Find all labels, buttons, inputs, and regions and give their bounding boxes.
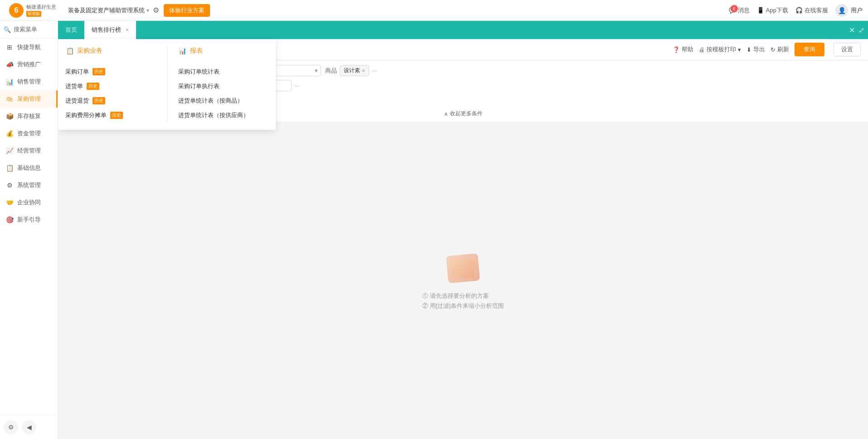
user-area[interactable]: 👤 用户 xyxy=(835,4,863,17)
sidebar-item-system[interactable]: ⚙ 系统管理 xyxy=(0,177,58,194)
report-section-title: 📊 报表 xyxy=(178,46,269,59)
help-icon: ❓ xyxy=(673,46,680,53)
tab-bar-container: 首页 销售排行榜 × ✕ ⤢ 📋 xyxy=(58,21,868,39)
industry-button[interactable]: 体验行业方案 xyxy=(164,4,210,17)
collapse-filter-btn[interactable]: ∧ 收起更多条件 xyxy=(444,110,483,118)
top-bar-middle: 装备及固定资产辅助管理系统 ▾ ⚙ 体验行业方案 xyxy=(63,4,729,17)
sidebar-item-label: 新手引导 xyxy=(17,216,41,224)
inventory-icon: 📦 xyxy=(5,113,14,120)
search-icon: 🔍 xyxy=(4,26,11,33)
goods-label: 商品 xyxy=(325,67,337,75)
purchase-section-icon: 📋 xyxy=(65,46,74,55)
menu-item-po-exec[interactable]: 采购订单执行表 xyxy=(178,79,269,94)
sidebar-item-label: 采购管理 xyxy=(17,95,41,103)
sidebar-item-label: 销售管理 xyxy=(17,78,41,86)
tab-maximize-btn[interactable]: ⤢ xyxy=(858,26,864,35)
query-button[interactable]: 查询 xyxy=(795,43,824,56)
sidebar-item-label: 快捷导航 xyxy=(17,43,41,51)
menu-item-receipt-by-supplier[interactable]: 进货单统计表（按供应商） xyxy=(178,108,269,123)
sidebar-item-label: 企业协同 xyxy=(17,198,41,207)
gear-button[interactable]: ⚙ xyxy=(153,6,159,15)
notification-action[interactable]: 💬 6 消息 xyxy=(729,6,750,15)
purchase-icon: 🛍 xyxy=(5,95,14,103)
tab-home[interactable]: 首页 xyxy=(58,21,84,39)
logo-icon: 6 xyxy=(9,3,24,18)
print-dropdown-arrow[interactable]: ▾ xyxy=(738,46,741,53)
empty-icon-shape2 xyxy=(451,258,475,278)
sidebar-search-label: 搜索菜单 xyxy=(14,25,37,34)
report-section: 📊 报表 采购订单统计表 采购订单执行表 进货单统计表（按商品） xyxy=(178,46,269,123)
avatar-icon: 👤 xyxy=(838,7,846,14)
system-dropdown-arrow[interactable]: ▾ xyxy=(146,7,149,14)
menu-item-purchase-expense[interactable]: 采购费用分摊单 历史 xyxy=(65,108,156,123)
tab-close-window-btn[interactable]: ✕ xyxy=(849,26,855,35)
tab-sales-rank[interactable]: 销售排行榜 × xyxy=(84,21,136,39)
sidebar-item-purchase[interactable]: 🛍 采购管理 xyxy=(0,90,58,108)
goods-tag: 设计素 × xyxy=(340,65,369,76)
settings-button[interactable]: 设置 xyxy=(834,43,861,56)
sidebar-item-operations[interactable]: 📈 经营管理 xyxy=(0,142,58,159)
purchase-dropdown-menu: 📋 采购业务 采购订单 历史 进货单 历史 进货退货 xyxy=(58,39,276,130)
empty-state-icon xyxy=(440,250,486,286)
sales-icon: 📊 xyxy=(5,78,14,85)
settings-bottom-btn[interactable]: ⚙ xyxy=(4,420,18,434)
collapse-sidebar-btn[interactable]: ◀ xyxy=(22,420,36,434)
sidebar-item-marketing[interactable]: 📣 营销推广 xyxy=(0,56,58,73)
tip-num-1: ① xyxy=(422,292,428,299)
purchase-section: 📋 采购业务 采购订单 历史 进货单 历史 进货退货 xyxy=(65,46,156,123)
main-layout: 🔍 搜索菜单 ⊞ 快捷导航 📣 营销推广 📊 销售管理 🛍 采购管理 📦 xyxy=(0,21,868,439)
sidebar-bottom: ⚙ ◀ xyxy=(0,415,58,439)
sidebar-item-enterprise[interactable]: 🤝 企业协同 xyxy=(0,194,58,211)
menu-item-po-stats[interactable]: 采购订单统计表 xyxy=(178,64,269,79)
finance-icon: 💰 xyxy=(5,130,14,137)
sidebar-item-sales[interactable]: 📊 销售管理 xyxy=(0,73,58,90)
enterprise-icon: 🤝 xyxy=(5,199,14,206)
menu-item-goods-return[interactable]: 进货退货 历史 xyxy=(65,94,156,108)
sidebar-item-guide[interactable]: 🎯 新手引导 xyxy=(0,211,58,228)
notification-badge: 6 xyxy=(731,5,738,12)
notification-icon-wrap: 💬 6 xyxy=(729,7,736,14)
goods-filter-dots[interactable]: ··· xyxy=(372,67,377,74)
sidebar-item-quick-nav[interactable]: ⊞ 快捷导航 xyxy=(0,39,58,56)
report-section-icon: 📊 xyxy=(178,46,187,55)
refresh-btn[interactable]: ↻ 刷新 xyxy=(770,45,789,54)
tab-bar: 首页 销售排行榜 × ✕ ⤢ xyxy=(58,21,868,39)
menu-item-purchase-order[interactable]: 采购订单 历史 xyxy=(65,64,156,79)
purchase-section-title: 📋 采购业务 xyxy=(65,46,156,59)
sidebar-search[interactable]: 🔍 搜索菜单 xyxy=(0,21,58,39)
app-download-label: App下载 xyxy=(766,6,788,15)
phone-icon: 📱 xyxy=(757,7,764,14)
top-bar-actions: 💬 6 消息 📱 App下载 🎧 在线客服 👤 用户 xyxy=(729,4,863,17)
print-icon: 🖨 xyxy=(699,46,705,53)
empty-tip-1: ① 请先选择要分析的方案 xyxy=(422,292,504,300)
sidebar-item-inventory[interactable]: 📦 库存核算 xyxy=(0,108,58,125)
app-wrapper: 6 畅捷通好生意 标准版 装备及固定资产辅助管理系统 ▾ ⚙ 体验行业方案 💬 … xyxy=(0,0,868,439)
export-icon: ⬇ xyxy=(746,46,751,53)
system-title: 装备及固定资产辅助管理系统 xyxy=(68,6,145,15)
tab-close-btn[interactable]: × xyxy=(126,27,129,33)
basic-info-icon: 📋 xyxy=(5,164,14,172)
app-download-action[interactable]: 📱 App下载 xyxy=(757,6,788,15)
menu-item-goods-receipt[interactable]: 进货单 历史 xyxy=(65,79,156,94)
marketing-icon: 📣 xyxy=(5,61,14,68)
print-btn[interactable]: 🖨 按模板打印 ▾ xyxy=(699,45,741,54)
tip-num-2: ② xyxy=(422,302,428,309)
collapse-filter-label: 收起更多条件 xyxy=(450,110,483,118)
tab-home-label: 首页 xyxy=(65,26,77,34)
online-service-label: 在线客服 xyxy=(805,6,828,15)
export-btn[interactable]: ⬇ 导出 xyxy=(746,45,765,54)
notification-label: 消息 xyxy=(738,6,750,15)
menu-divider xyxy=(167,46,167,123)
menu-item-receipt-by-goods[interactable]: 进货单统计表（按商品） xyxy=(178,94,269,108)
tab-sales-rank-label: 销售排行榜 xyxy=(92,26,121,34)
top-bar: 6 畅捷通好生意 标准版 装备及固定资产辅助管理系统 ▾ ⚙ 体验行业方案 💬 … xyxy=(0,0,868,21)
online-service-action[interactable]: 🎧 在线客服 xyxy=(795,6,828,15)
goods-tag-remove[interactable]: × xyxy=(362,68,365,74)
salesperson-dots[interactable]: ··· xyxy=(294,82,299,89)
sidebar-item-finance[interactable]: 💰 资金管理 xyxy=(0,125,58,142)
logo-area: 6 畅捷通好生意 标准版 xyxy=(5,3,63,18)
help-btn[interactable]: ❓ 帮助 xyxy=(673,45,693,54)
sidebar-item-basic-info[interactable]: 📋 基础信息 xyxy=(0,159,58,177)
empty-tip-2: ② 用[过滤]条件来缩小分析范围 xyxy=(422,302,504,310)
sidebar-item-label: 营销推广 xyxy=(17,60,41,69)
